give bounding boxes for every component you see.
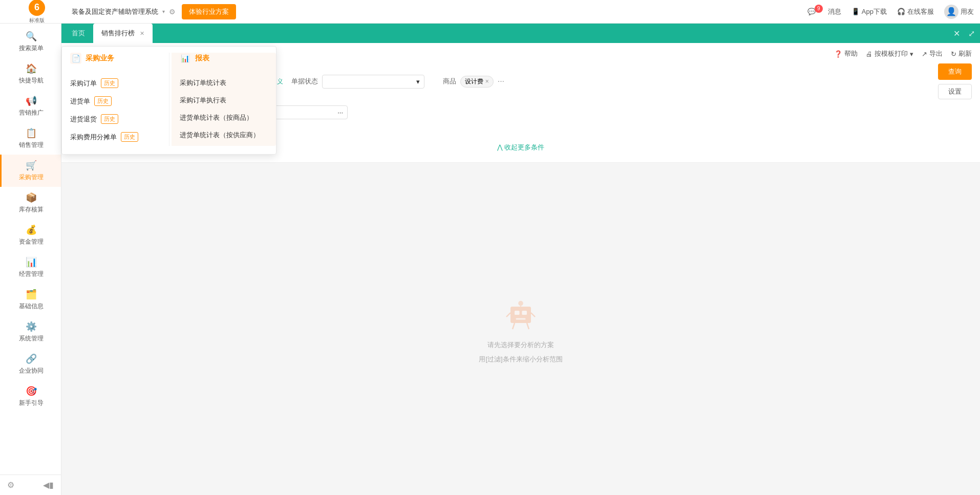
svg-rect-2 <box>522 311 527 315</box>
sidebar-item-basic-info[interactable]: 🗂️ 基础信息 <box>0 284 61 316</box>
tab-bar: 首页 销售排行榜 ✕ ✕ ⤢ <box>61 24 980 43</box>
dropdown-divider <box>169 53 169 146</box>
svg-line-7 <box>527 323 529 329</box>
system-gear-icon[interactable]: ⚙ <box>169 8 176 16</box>
tab-bar-close-icon[interactable]: ✕ <box>948 29 965 38</box>
svg-rect-3 <box>516 318 525 319</box>
report-col: 📊 报表 采购订单统计表 采购订单执行表 进货单统计表（按商品） 进货单统计表（… <box>172 53 276 146</box>
collapse-sidebar-icon[interactable]: ◀▮ <box>43 480 54 490</box>
sidebar-item-label: 采购管理 <box>19 173 44 182</box>
system-name: 装备及固定资产辅助管理系统 <box>72 7 158 16</box>
export-button[interactable]: ↗ 导出 <box>922 49 943 58</box>
help-icon: ❓ <box>834 50 842 58</box>
refresh-label: 刷新 <box>958 49 972 58</box>
empty-state-illustration <box>500 294 541 335</box>
order-status-select[interactable]: ▾ <box>322 75 424 89</box>
tab-sales-rank[interactable]: 销售排行榜 ✕ <box>93 24 153 43</box>
goods-tag-close-icon[interactable]: × <box>485 78 489 85</box>
notifications-label: 消息 <box>828 7 841 16</box>
system-dropdown-arrow[interactable]: ▾ <box>162 9 165 14</box>
settings-icon[interactable]: ⚙ <box>7 480 14 490</box>
dropdown-item-expense[interactable]: 采购费用分摊单 历史 <box>70 128 159 146</box>
sidebar-item-marketing[interactable]: 📢 营销推广 <box>0 90 61 122</box>
tab-bar-expand-icon[interactable]: ⤢ <box>965 29 978 38</box>
cta-button[interactable]: 体验行业方案 <box>182 4 236 19</box>
empty-state: 请先选择要分析的方案 用[过滤]条件来缩小分析范围 <box>479 294 562 364</box>
refresh-button[interactable]: ↻ 刷新 <box>951 49 972 58</box>
query-button[interactable]: 查询 <box>938 63 972 80</box>
app-download-item[interactable]: 📱 App下载 <box>851 7 887 16</box>
tab-sales-rank-label: 销售排行榜 <box>101 29 135 38</box>
sidebar-item-label: 基础信息 <box>19 302 44 311</box>
dropdown-item-label: 采购订单执行表 <box>180 96 226 105</box>
phone-icon: 📱 <box>851 8 860 15</box>
dropdown-item-order-stats[interactable]: 采购订单统计表 <box>180 74 268 92</box>
home-icon: 🏠 <box>26 63 37 74</box>
dropdown-item-label: 进货单统计表（按供应商） <box>180 131 260 140</box>
dropdown-item-order-exec[interactable]: 采购订单执行表 <box>180 92 268 109</box>
goods-dots-btn[interactable]: ··· <box>498 77 504 86</box>
guide-icon: 🎯 <box>26 385 37 397</box>
filter-actions: 查询 设置 <box>938 63 972 99</box>
dropdown-item-label: 采购订单统计表 <box>180 78 226 88</box>
refresh-icon: ↻ <box>951 50 956 58</box>
sidebar-item-search[interactable]: 🔍 搜索菜单 <box>0 26 61 58</box>
sidebar-item-enterprise[interactable]: 🔗 企业协同 <box>0 348 61 380</box>
svg-line-6 <box>513 323 515 329</box>
history-badge[interactable]: 历史 <box>101 114 118 124</box>
online-service-item[interactable]: 🎧 在线客服 <box>897 7 934 16</box>
dropdown-item-return[interactable]: 进货退货 历史 <box>70 110 159 128</box>
dropdown-item-incoming-stats-goods[interactable]: 进货单统计表（按商品） <box>180 109 268 126</box>
sidebar-item-label: 销售管理 <box>19 141 44 149</box>
export-icon: ↗ <box>922 50 927 58</box>
system-info: 装备及固定资产辅助管理系统 ▾ ⚙ <box>72 7 176 16</box>
history-badge[interactable]: 历史 <box>101 78 118 88</box>
sidebar-item-label: 经营管理 <box>19 270 44 278</box>
sidebar-item-sales[interactable]: 📋 销售管理 <box>0 122 61 155</box>
user-label: 用友 <box>961 7 974 16</box>
sidebar-item-guide[interactable]: 🎯 新手引导 <box>0 380 61 413</box>
sidebar-item-label: 营销推广 <box>19 109 44 117</box>
purchase-business-header: 📄 采购业务 <box>70 53 159 68</box>
notifications-badge: 9 <box>815 5 823 13</box>
empty-state-line2: 用[过滤]条件来缩小分析范围 <box>479 355 562 364</box>
dropdown-item-incoming[interactable]: 进货单 历史 <box>70 92 159 110</box>
help-button[interactable]: ❓ 帮助 <box>834 49 858 58</box>
logo-icon: 6 <box>29 0 45 16</box>
sidebar-item-finance[interactable]: 💰 资金管理 <box>0 219 61 251</box>
tab-home[interactable]: 首页 <box>63 24 93 43</box>
dropdown-item-purchase-order[interactable]: 采购订单 历史 <box>70 74 159 92</box>
sidebar-item-operations[interactable]: 📊 经营管理 <box>0 251 61 284</box>
report-title: 报表 <box>195 54 209 63</box>
sidebar-item-system[interactable]: ⚙️ 系统管理 <box>0 316 61 348</box>
collapse-icon: ⋀ <box>497 143 503 151</box>
logo-subtitle: 标准版 <box>29 17 45 24</box>
purchase-icon: 🛒 <box>26 160 37 171</box>
svg-line-4 <box>506 313 510 317</box>
help-label: 帮助 <box>844 49 858 58</box>
print-button[interactable]: 🖨 按模板打印 ▾ <box>866 49 913 58</box>
operations-icon: 📊 <box>26 256 37 268</box>
report-header: 📊 报表 <box>180 53 268 68</box>
user-item[interactable]: 👤 用友 <box>944 5 974 19</box>
sidebar-item-purchase[interactable]: 🛒 采购管理 <box>0 155 61 187</box>
history-badge[interactable]: 历史 <box>121 132 138 142</box>
sidebar-item-quick-nav[interactable]: 🏠 快捷导航 <box>0 58 61 90</box>
logo-area: 6 标准版 <box>6 0 68 24</box>
sidebar-item-inventory[interactable]: 📦 库存核算 <box>0 187 61 219</box>
dropdown-item-incoming-stats-supplier[interactable]: 进货单统计表（按供应商） <box>180 126 268 144</box>
print-dropdown-icon[interactable]: ▾ <box>910 50 913 58</box>
salesperson-dots[interactable]: ··· <box>337 109 343 116</box>
settings-button[interactable]: 设置 <box>938 84 972 99</box>
notifications-item[interactable]: 💬 9 消息 <box>807 7 841 16</box>
header-right: 💬 9 消息 📱 App下载 🎧 在线客服 👤 用友 <box>807 5 974 19</box>
history-badge[interactable]: 历史 <box>94 96 112 106</box>
dropdown-item-label: 采购订单 <box>70 79 97 88</box>
purchase-dropdown-menu: 📄 采购业务 采购订单 历史 进货单 历史 进货退货 历史 采购费用分摊单 历史… <box>61 46 276 155</box>
tab-close-icon[interactable]: ✕ <box>140 30 144 37</box>
print-icon: 🖨 <box>866 50 872 58</box>
purchase-business-icon: 📄 <box>70 53 81 64</box>
collapse-label: 收起更多条件 <box>504 143 544 151</box>
empty-state-line1: 请先选择要分析的方案 <box>487 340 554 350</box>
order-status-label: 单据状态 <box>291 77 318 86</box>
